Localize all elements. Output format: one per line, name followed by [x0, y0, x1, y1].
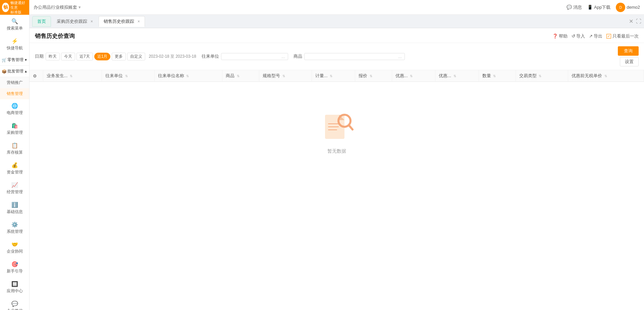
- sort-qty-icon: ⇅: [493, 74, 496, 78]
- wholesale-icon: 📦: [2, 69, 7, 74]
- data-table: ⚙ 业务发生... ⇅ 往来单位 ⇅ 往来单位名称 ⇅: [30, 70, 644, 181]
- empty-illustration: [318, 109, 355, 146]
- sort-discount2-icon: ⇅: [453, 74, 456, 78]
- th-product[interactable]: 商品 ⇅: [222, 70, 259, 82]
- sidebar-item-beginner[interactable]: 🎯 新手引导: [0, 258, 29, 277]
- th-discount2[interactable]: 优惠... ⇅: [435, 70, 479, 82]
- sidebar-item-operation[interactable]: 📈 经营管理: [0, 178, 29, 198]
- enterprise-icon: 🤝: [11, 241, 18, 248]
- export-btn[interactable]: ↗ 导出: [589, 33, 602, 39]
- tab-purchase-close[interactable]: ×: [91, 19, 93, 24]
- th-price[interactable]: 报价 ⇅: [355, 70, 392, 82]
- sort-unit-name-icon: ⇅: [186, 74, 189, 78]
- product-filter-group: 商品 ...: [293, 53, 405, 60]
- sidebar-item-basic-info[interactable]: ℹ️ 基础信息: [0, 198, 29, 218]
- topbar-msg-btn[interactable]: 💬 消息: [567, 4, 582, 10]
- sidebar-item-purchase[interactable]: 🛍️ 采购管理: [0, 119, 29, 139]
- sidebar-item-wechat[interactable]: 💬 企业微信: [0, 297, 29, 310]
- more-btn[interactable]: 更多: [112, 53, 126, 60]
- tab-home[interactable]: 首页: [32, 16, 51, 27]
- sidebar-item-inventory[interactable]: 📋 库存核算: [0, 139, 29, 159]
- th-unit-name[interactable]: 往来单位名称 ⇅: [154, 70, 222, 82]
- today-btn[interactable]: 今天: [61, 53, 75, 60]
- settings-btn[interactable]: 设置: [620, 57, 639, 66]
- last1month-btn[interactable]: 近1月: [94, 53, 111, 60]
- unit-input-dots[interactable]: ...: [281, 54, 285, 59]
- content-area: 销售历史价查询 ❓ 帮助 ↺ 导入 ↗ 导出 ✓ 只: [30, 28, 644, 310]
- sort-biz-date-icon: ⇅: [70, 74, 72, 78]
- table-container: ⚙ 业务发生... ⇅ 往来单位 ⇅ 往来单位名称 ⇅: [30, 70, 644, 310]
- only-last-checkbox[interactable]: ✓: [606, 34, 611, 39]
- table-body: 暂无数据: [30, 82, 644, 182]
- product-input-dots[interactable]: ...: [398, 54, 402, 59]
- close-window-btn[interactable]: ✕: [629, 18, 633, 24]
- th-spec[interactable]: 规格型号 ⇅: [259, 70, 312, 82]
- product-input[interactable]: [307, 54, 398, 59]
- sidebar-item-ecommerce[interactable]: 🌐 电商管理: [0, 99, 29, 119]
- checkbox-check-icon: ✓: [607, 34, 610, 38]
- table-settings-icon[interactable]: ⚙: [33, 73, 37, 79]
- product-input-wrap: ...: [304, 53, 405, 60]
- inventory-icon: 📋: [11, 142, 18, 149]
- product-filter-label: 商品: [293, 53, 302, 59]
- tab-purchase-price[interactable]: 采购历史价跟踪 ×: [52, 16, 98, 27]
- sort-discount1-icon: ⇅: [410, 74, 413, 78]
- unit-input[interactable]: [224, 54, 281, 59]
- export-icon: ↗: [589, 34, 593, 39]
- import-btn[interactable]: ↺ 导入: [572, 33, 585, 39]
- topbar-app-download-btn[interactable]: 📱 App下载: [587, 4, 610, 10]
- filter-right-btns: 查询 设置: [618, 46, 639, 66]
- sidebar-item-search-menu[interactable]: 🔍 搜索菜单: [0, 15, 29, 35]
- logo-icon: 畅: [2, 3, 9, 12]
- ecommerce-icon: 🌐: [11, 103, 18, 109]
- sidebar-item-wholesale-mgmt[interactable]: 📦 批发管理 ▲: [0, 66, 29, 77]
- page-title: 销售历史价查询: [35, 32, 75, 40]
- topbar-actions: 💬 消息 📱 App下载 D demo2: [567, 3, 640, 12]
- tabbar: 首页 采购历史价跟踪 × 销售历史价跟踪 × ✕ ⛶: [30, 15, 644, 28]
- th-settings: ⚙: [30, 70, 43, 82]
- empty-text: 暂无数据: [327, 148, 346, 154]
- topbar-dropdown-icon[interactable]: ▾: [78, 5, 81, 10]
- sidebar-item-system[interactable]: ⚙️ 系统管理: [0, 218, 29, 238]
- sidebar-item-finance[interactable]: 💰 资金管理: [0, 159, 29, 178]
- date-filter-label: 日期: [35, 53, 44, 59]
- wechat-icon: 💬: [11, 301, 18, 307]
- th-trade-type[interactable]: 交易类型 ⇅: [516, 70, 568, 82]
- unit-input-wrap: ...: [221, 53, 288, 60]
- th-discount1[interactable]: 优惠... ⇅: [392, 70, 435, 82]
- tab-sales-close[interactable]: ×: [138, 19, 140, 24]
- custom-btn[interactable]: 自定义: [127, 53, 145, 60]
- tab-sales-price[interactable]: 销售历史价跟踪 ×: [99, 16, 145, 27]
- maximize-btn[interactable]: ⛶: [636, 18, 641, 24]
- th-biz-date[interactable]: 业务发生... ⇅: [43, 70, 102, 82]
- window-buttons: ✕ ⛶: [629, 18, 641, 24]
- last7days-btn[interactable]: 近7天: [76, 53, 93, 60]
- th-qty[interactable]: 数量 ⇅: [479, 70, 516, 82]
- sort-spec-icon: ⇅: [282, 74, 285, 78]
- sort-unit-code-icon: ⇅: [125, 74, 128, 78]
- query-btn[interactable]: 查询: [618, 46, 639, 56]
- sidebar-item-retail-mgmt[interactable]: 🛒 零售管理 ▼: [0, 54, 29, 66]
- yesterday-btn[interactable]: 昨天: [46, 53, 60, 60]
- sort-no-tax-price-icon: ⇅: [604, 74, 607, 78]
- retail-icon: 🛒: [2, 58, 7, 62]
- sidebar-item-enterprise[interactable]: 🤝 企业协同: [0, 238, 29, 258]
- th-unit-code[interactable]: 往来单位 ⇅: [102, 70, 154, 82]
- sidebar-item-marketing[interactable]: 营销推广: [0, 77, 29, 88]
- app-center-icon: 🔲: [11, 281, 18, 287]
- sidebar-item-sales-mgmt[interactable]: 销售管理: [0, 88, 29, 99]
- page-header-actions: ❓ 帮助 ↺ 导入 ↗ 导出 ✓ 只看最后一次: [552, 33, 639, 39]
- th-unit[interactable]: 计量... ⇅: [312, 70, 355, 82]
- empty-svg: [318, 109, 355, 146]
- th-no-tax-price[interactable]: 优惠前无税单价 ⇅: [568, 70, 644, 82]
- only-last-checkbox-label[interactable]: ✓ 只看最后一次: [606, 33, 639, 39]
- wholesale-submenu: 营销推广 销售管理: [0, 77, 29, 99]
- table-header: ⚙ 业务发生... ⇅ 往来单位 ⇅ 往来单位名称 ⇅: [30, 70, 644, 82]
- help-icon: ❓: [552, 34, 558, 39]
- sidebar-item-app-center[interactable]: 🔲 应用中心: [0, 277, 29, 297]
- main-area: 办公用品行业模拟账套 ▾ 💬 消息 📱 App下载 D demo2 首页 采购历…: [30, 0, 644, 310]
- help-btn[interactable]: ❓ 帮助: [552, 33, 568, 39]
- sidebar-item-quick-nav[interactable]: ⚡ 快捷导航: [0, 35, 29, 54]
- topbar-user[interactable]: D demo2: [616, 3, 640, 12]
- quick-nav-icon: ⚡: [11, 38, 18, 44]
